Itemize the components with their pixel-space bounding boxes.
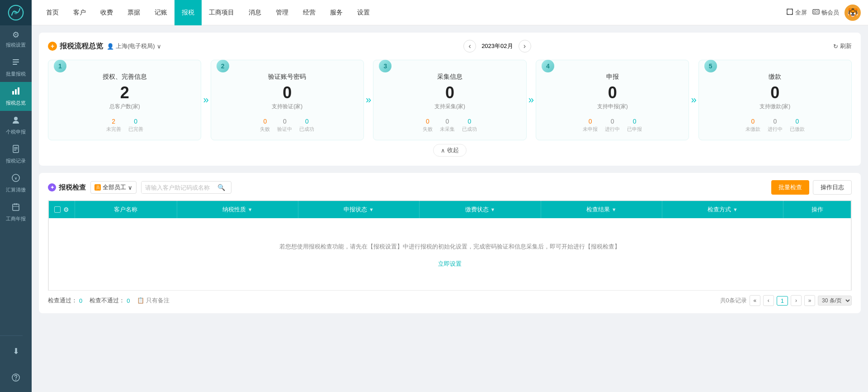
user-avatar[interactable]: 🐯 <box>844 5 861 21</box>
nav-item-customers[interactable]: 客户 <box>66 0 93 25</box>
app-logo <box>0 0 32 25</box>
sidebar-item-help[interactable] <box>0 365 32 392</box>
location-selector[interactable]: 👤 上海(电子税局) ∨ <box>107 42 161 50</box>
filter-icon[interactable]: ▼ <box>369 207 374 212</box>
step-title-2: 验证账号密码 <box>268 73 306 81</box>
flow-overview-card: + 报税流程总览 👤 上海(电子税局) ∨ ‹ 2023年02月 › ↻ 刷新 <box>39 33 861 166</box>
step-title-4: 申报 <box>606 73 619 81</box>
setup-link[interactable]: 立即设置 <box>438 260 462 267</box>
sidebar-item-batchtax[interactable]: 批量报税 <box>0 53 32 82</box>
chevron-up-icon: ∧ <box>441 147 445 154</box>
fullscreen-icon <box>786 8 793 17</box>
select-all-checkbox[interactable] <box>54 206 61 213</box>
nav-item-business[interactable]: 工商项目 <box>202 0 241 25</box>
date-prev-button[interactable]: ‹ <box>463 40 476 53</box>
member-button[interactable]: 畅会员 <box>812 8 839 17</box>
chevron-down-icon: ∨ <box>128 184 132 191</box>
nav-item-operations[interactable]: 经营 <box>296 0 323 25</box>
date-next-button[interactable]: › <box>519 40 531 53</box>
sidebar-item-annualreport[interactable]: 工商年报 <box>0 198 32 227</box>
step-count-2: 0 <box>283 85 292 101</box>
nav-item-fees[interactable]: 收费 <box>93 0 120 25</box>
arrow-2-3: » <box>364 60 373 140</box>
stat-4-0: 0 未申报 <box>583 118 598 133</box>
sidebar-divider <box>0 335 23 336</box>
collapse-button[interactable]: ∧ 收起 <box>433 144 467 157</box>
filter-icon[interactable]: ▼ <box>490 207 495 212</box>
step-title-3: 采集信息 <box>437 73 462 81</box>
filter-icon[interactable]: ▼ <box>248 207 253 212</box>
operation-log-button[interactable]: 操作日志 <box>813 180 852 195</box>
flow-step-3: 3 采集信息 0 支持采集(家) 0 失败 0 未采集 <box>373 60 526 140</box>
sidebar-item-taxsettings[interactable]: ⚙ 报税设置 <box>0 25 32 53</box>
svg-rect-12 <box>14 150 16 151</box>
search-wrap: 🔍 <box>141 181 231 194</box>
svg-point-20 <box>15 379 16 380</box>
arrow-1-2: » <box>201 60 210 140</box>
step-num-2: 2 <box>217 60 229 72</box>
sidebar-bottom: ⬇ <box>0 334 32 392</box>
taxrecord-icon <box>11 144 20 156</box>
nav-item-messages[interactable]: 消息 <box>241 0 269 25</box>
step-num-4: 4 <box>542 60 554 72</box>
step-title-5: 缴款 <box>769 73 781 81</box>
employee-filter[interactable]: 员 全部员工 ∨ <box>90 181 137 194</box>
customer-search-input[interactable] <box>142 182 214 193</box>
settlement-icon: ¥ <box>11 173 20 185</box>
sidebar-item-taxrecord[interactable]: 报税记录 <box>0 140 32 169</box>
step-num-5: 5 <box>704 60 717 72</box>
plus-icon: + <box>48 42 57 51</box>
stat-1-1: 0 已完善 <box>128 118 143 133</box>
pass-count-link[interactable]: 0 <box>79 297 82 304</box>
col-header-tax-type: 纳税性质 ▼ <box>177 201 298 219</box>
page-first-button[interactable]: « <box>750 295 760 306</box>
svg-rect-6 <box>15 89 17 95</box>
fail-count-link[interactable]: 0 <box>127 297 130 304</box>
step-count-1: 2 <box>120 85 129 101</box>
step-count-5: 0 <box>770 85 779 101</box>
page-prev-button[interactable]: ‹ <box>763 295 774 306</box>
step-count-4: 0 <box>608 85 617 101</box>
sidebar-item-label: 批量报税 <box>6 71 26 77</box>
step-num-3: 3 <box>379 60 392 72</box>
sidebar-item-taxoverview[interactable]: 报税总览 <box>0 82 32 111</box>
check-table-scroll[interactable]: ⚙ 客户名称 纳税性质 ▼ 申报状态 <box>48 200 852 291</box>
sidebar-item-settlement[interactable]: ¥ 汇算清缴 <box>0 169 32 198</box>
search-button[interactable]: 🔍 <box>214 182 229 193</box>
fullscreen-button[interactable]: 全屏 <box>786 8 807 17</box>
sidebar-item-label: 汇算清缴 <box>6 186 26 193</box>
refresh-button[interactable]: ↻ 刷新 <box>833 42 852 50</box>
nav-item-invoices[interactable]: 票据 <box>120 0 147 25</box>
col-header-check-result: 检查结果 ▼ <box>541 201 662 219</box>
gear-icon[interactable]: ⚙ <box>63 206 69 213</box>
svg-point-1 <box>14 11 17 14</box>
col-header-customer: 客户名称 <box>75 201 177 219</box>
nav-item-settings[interactable]: 设置 <box>350 0 377 25</box>
stat-1-0: 2 未完善 <box>106 118 121 133</box>
flow-step-2: 2 验证账号密码 0 支持验证(家) 0 失败 0 验证中 <box>211 60 364 140</box>
nav-item-management[interactable]: 管理 <box>269 0 296 25</box>
page-last-button[interactable]: » <box>804 295 815 306</box>
table-header-checkbox: ⚙ <box>49 201 75 219</box>
per-page-select[interactable]: 30 条/页 <box>818 296 852 306</box>
stat-3-2: 0 已成功 <box>462 118 477 133</box>
nav-item-home[interactable]: 首页 <box>39 0 66 25</box>
nav-item-services[interactable]: 服务 <box>323 0 350 25</box>
stat-3-1: 0 未采集 <box>440 118 455 133</box>
sidebar-item-download[interactable]: ⬇ <box>0 338 32 365</box>
step-count-3: 0 <box>445 85 454 101</box>
stat-2-1: 0 验证中 <box>277 118 292 133</box>
nav-items: 首页 客户 收费 票据 记账 报税 工商项目 消息 管理 经营 服务 设置 <box>39 0 786 25</box>
page-next-button[interactable]: › <box>791 295 802 306</box>
batch-check-button[interactable]: 批量检查 <box>771 180 809 195</box>
col-header-fee-status: 缴费状态 ▼ <box>420 201 541 219</box>
taxoverview-icon <box>11 86 20 98</box>
filter-icon[interactable]: ▼ <box>733 207 738 212</box>
member-icon <box>812 8 820 17</box>
sidebar-item-personal[interactable]: 个税申报 <box>0 111 32 140</box>
nav-item-accounting[interactable]: 记账 <box>147 0 175 25</box>
check-icon: ✦ <box>48 183 56 191</box>
top-navigation: 首页 客户 收费 票据 记账 报税 工商项目 消息 管理 经营 服务 设置 <box>32 0 868 25</box>
nav-item-tax[interactable]: 报税 <box>175 0 202 25</box>
filter-icon[interactable]: ▼ <box>612 207 617 212</box>
